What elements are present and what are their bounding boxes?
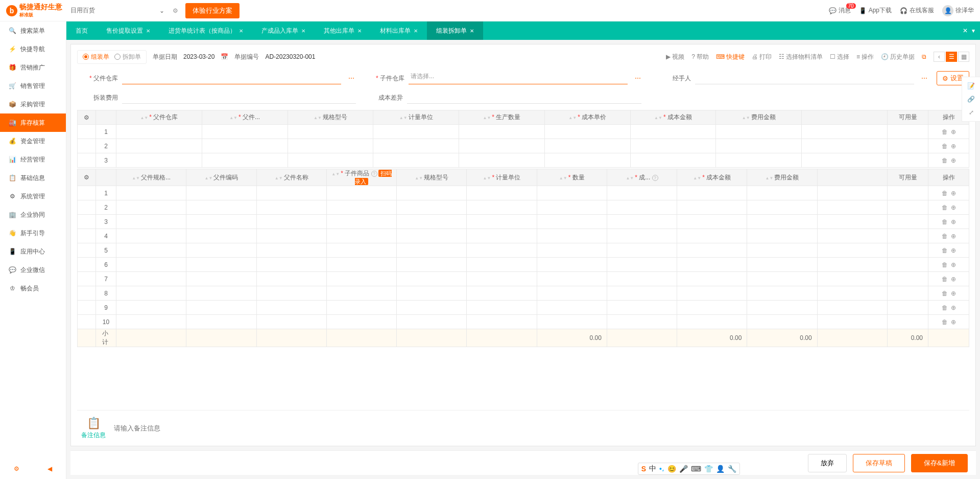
delete-icon[interactable]: 🗑 — [942, 128, 948, 135]
delete-icon[interactable]: 🗑 — [942, 233, 948, 240]
th-4[interactable]: ▲▼生产数量 — [459, 110, 545, 125]
sort-icon[interactable]: ▲▼ — [415, 177, 423, 180]
sidebar-item-10[interactable]: 🏢企业协同 — [0, 206, 66, 224]
sidebar-item-3[interactable]: 🛒销售管理 — [0, 77, 66, 95]
th-1[interactable]: ▲▼父件... — [202, 110, 288, 125]
app-download-link[interactable]: 📱 App下载 — [859, 6, 892, 15]
th-2[interactable]: ▲▼父件名称 — [256, 169, 326, 186]
online-service-link[interactable]: 🎧 在线客服 — [900, 6, 934, 15]
table-row[interactable]: 2🗑⊕ — [78, 139, 969, 153]
calendar-icon[interactable]: 📅 — [221, 53, 228, 60]
copy-icon[interactable]: ⧉ — [922, 53, 926, 60]
table-row[interactable]: 8🗑⊕ — [78, 286, 969, 301]
sort-icon[interactable]: ▲▼ — [693, 177, 701, 180]
sidebar-item-11[interactable]: 👋新手引导 — [0, 224, 66, 242]
link-icon[interactable]: 🔗 — [967, 96, 975, 103]
tab-5[interactable]: 材料出库单✕ — [371, 21, 427, 40]
add-icon[interactable]: ⊕ — [951, 204, 956, 211]
add-icon[interactable]: ⊕ — [951, 247, 956, 254]
ime-tool-icon[interactable]: 🔧 — [728, 465, 736, 473]
help-link[interactable]: ?帮助 — [691, 53, 709, 61]
sidebar-item-6[interactable]: 💰资金管理 — [0, 132, 66, 150]
ime-punct-icon[interactable]: •، — [659, 465, 664, 473]
table-row[interactable]: 3🗑⊕ — [78, 153, 969, 168]
shortcut-link[interactable]: ⌨快捷键 — [716, 53, 745, 61]
delete-icon[interactable]: 🗑 — [942, 318, 948, 326]
th-6[interactable]: ▲▼成本金额 — [630, 110, 716, 125]
close-all-icon[interactable]: ✕ — [963, 27, 968, 34]
close-icon[interactable]: ✕ — [357, 28, 362, 34]
th-7[interactable]: ▲▼费用金额 — [716, 110, 802, 125]
add-icon[interactable]: ⊕ — [951, 157, 956, 164]
close-icon[interactable]: ✕ — [301, 28, 305, 34]
th-5[interactable]: ▲▼计量单位 — [467, 169, 537, 186]
tab-6[interactable]: 组装拆卸单✕ — [427, 21, 483, 40]
tab-4[interactable]: 其他出库单✕ — [315, 21, 371, 40]
collapse-icon[interactable]: ◀ — [47, 465, 52, 472]
sidebar-item-5[interactable]: 🏭库存核算 — [0, 113, 66, 132]
delete-icon[interactable]: 🗑 — [942, 261, 948, 268]
delete-icon[interactable]: 🗑 — [942, 190, 948, 197]
sort-icon[interactable]: ▲▼ — [742, 117, 750, 120]
dis-fee-input[interactable] — [122, 92, 356, 104]
help-icon[interactable]: ? — [652, 175, 658, 181]
close-icon[interactable]: ✕ — [414, 28, 418, 34]
sidebar-item-12[interactable]: 📱应用中心 — [0, 242, 66, 261]
th-0[interactable]: ▲▼父件规格... — [116, 169, 186, 186]
radio-disassemble[interactable]: 拆卸单 — [114, 53, 141, 61]
view-prev[interactable]: ‹ — [934, 52, 945, 62]
gear-col[interactable]: ⚙ — [78, 169, 96, 186]
gear-col[interactable]: ⚙ — [78, 110, 96, 125]
sort-icon[interactable]: ▲▼ — [568, 117, 577, 120]
th-6[interactable]: ▲▼数量 — [537, 169, 607, 186]
view-grid[interactable]: ▦ — [958, 52, 969, 62]
operate-link[interactable]: ≡操作 — [856, 53, 874, 61]
add-icon[interactable]: ⊕ — [951, 290, 956, 297]
th-2[interactable]: ▲▼规格型号 — [288, 110, 373, 125]
settings-icon[interactable]: ⚙ — [14, 465, 19, 472]
add-icon[interactable]: ⊕ — [951, 218, 956, 225]
video-link[interactable]: ▶视频 — [666, 53, 684, 61]
table-row[interactable]: 10🗑⊕ — [78, 315, 969, 329]
delete-icon[interactable]: 🗑 — [942, 276, 948, 283]
add-icon[interactable]: ⊕ — [951, 233, 956, 240]
parent-wh-picker[interactable]: ⋯ — [345, 75, 357, 82]
messages-link[interactable]: 💬 消息 70 — [829, 6, 851, 15]
ime-keyboard-icon[interactable]: ⌨ — [691, 465, 701, 473]
help-icon[interactable]: ? — [371, 171, 377, 177]
delete-icon[interactable]: 🗑 — [942, 247, 948, 254]
sort-icon[interactable]: ▲▼ — [766, 177, 774, 180]
sort-icon[interactable]: ▲▼ — [204, 177, 212, 180]
sort-icon[interactable]: ▲▼ — [483, 117, 491, 120]
table-row[interactable]: 2🗑⊕ — [78, 200, 969, 215]
th-8[interactable]: ▲▼成本金额 — [677, 169, 747, 186]
handler-picker[interactable]: ⋯ — [918, 75, 930, 82]
category-select[interactable]: 日用百货 ⌄ — [66, 4, 169, 18]
th-0[interactable]: ▲▼父件仓库 — [116, 110, 202, 125]
tab-0[interactable]: 首页 — [66, 21, 97, 40]
add-icon[interactable]: ⊕ — [951, 304, 956, 311]
sidebar-item-9[interactable]: ⚙系统管理 — [0, 187, 66, 206]
tab-menu-icon[interactable]: ▾ — [972, 27, 975, 34]
print-link[interactable]: 🖨打印 — [752, 53, 772, 61]
add-icon[interactable]: ⊕ — [951, 190, 956, 197]
sort-icon[interactable]: ▲▼ — [559, 177, 567, 180]
add-icon[interactable]: ⊕ — [951, 128, 956, 135]
table-row[interactable]: 1🗑⊕ — [78, 125, 969, 139]
note-icon[interactable]: 📝 — [967, 82, 975, 89]
delete-icon[interactable]: 🗑 — [942, 157, 948, 164]
sort-icon[interactable]: ▲▼ — [483, 177, 491, 180]
close-icon[interactable]: ✕ — [146, 28, 150, 34]
ime-user-icon[interactable]: 👤 — [716, 465, 725, 473]
th-3[interactable]: ▲▼子件商品 ?扫码录入 — [326, 169, 396, 186]
sidebar-item-13[interactable]: 💬企业微信 — [0, 261, 66, 279]
sort-icon[interactable]: ▲▼ — [229, 117, 237, 120]
select-link[interactable]: ☐选择 — [830, 53, 849, 61]
th-5[interactable]: ▲▼成本单价 — [544, 110, 630, 125]
try-industry-button[interactable]: 体验行业方案 — [185, 3, 240, 18]
sort-icon[interactable]: ▲▼ — [331, 173, 340, 176]
sort-icon[interactable]: ▲▼ — [275, 177, 283, 180]
th-7[interactable]: ▲▼成... ? — [607, 169, 677, 186]
sort-icon[interactable]: ▲▼ — [132, 177, 140, 180]
sort-icon[interactable]: ▲▼ — [626, 177, 634, 180]
